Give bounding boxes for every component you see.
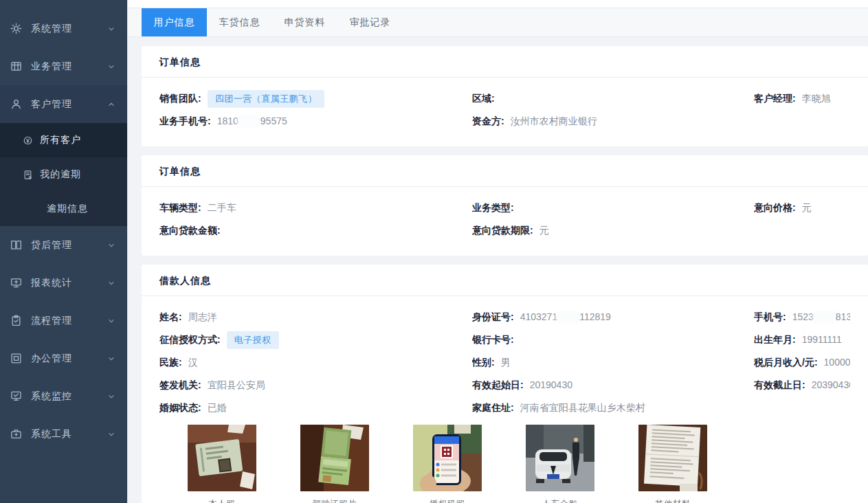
tab-loan-application-docs[interactable]: 申贷资料 [272, 8, 337, 36]
book-icon [10, 239, 23, 252]
field-label: 意向贷款期限 [472, 225, 533, 236]
sidebar-item-label: 我的逾期 [40, 168, 127, 181]
sidebar-item-label: 系统管理 [31, 23, 107, 35]
redacted-text [814, 313, 835, 322]
field-value: 20390430 [812, 379, 850, 390]
coin-icon [23, 135, 33, 146]
field-row: 销售团队四团一营（直属王鹏飞）区域客户经理李晓旭 [159, 87, 850, 110]
sidebar-item-office-management[interactable]: 办公管理 [0, 339, 127, 377]
chevron-down-icon [107, 429, 116, 439]
photo-person-car: 人车合影 [526, 425, 594, 503]
field-valid-from: 有效起始日20190430 [472, 379, 754, 392]
photo-id-card-thumbnail[interactable] [188, 425, 256, 491]
photo-other-doc: 其他材料 [638, 425, 707, 503]
field-label: 销售团队 [159, 93, 201, 104]
sidebar-item-system-management[interactable]: 系统管理 [0, 10, 127, 47]
field-business-phone: 业务手机号181095575 [159, 115, 472, 128]
sidebar-item-label: 所有客户 [40, 134, 127, 146]
field-label: 民族 [159, 357, 182, 368]
section-card-1: 订单信息车辆类型二手车业务类型意向价格元意向贷款金额意向贷款期限元 [142, 155, 868, 256]
field-label: 有效起始日 [472, 379, 524, 390]
redacted-text [239, 117, 260, 126]
notebook-icon [23, 170, 33, 180]
photo-caption: 其他材料 [638, 498, 707, 503]
chevron-down-icon [107, 278, 116, 288]
app-window: 系统管理业务管理客户管理所有客户我的逾期逾期信息贷后管理报表统计流程管理办公管理… [0, 0, 868, 503]
photo-caption: 人车合影 [526, 498, 594, 503]
section-title: 借款人信息 [142, 265, 868, 296]
field-row: 业务手机号181095575资金方汝州市农村商业银行 [159, 110, 850, 133]
field-marital-status: 婚姻状态已婚 [159, 401, 472, 414]
grid-icon [10, 60, 23, 73]
tab-approval-records[interactable]: 审批记录 [337, 8, 403, 36]
field-valid-to: 有效截止日20390430 [754, 379, 850, 392]
sidebar-item-process-management[interactable]: 流程管理 [0, 302, 127, 339]
sidebar-item-label: 办公管理 [31, 353, 107, 365]
field-value: 10000 [824, 357, 850, 368]
field-label: 意向贷款金额 [159, 225, 221, 236]
field-value: 20190430 [530, 379, 572, 390]
photo-driver-license-thumbnail[interactable] [300, 425, 369, 491]
field-tag: 电子授权 [227, 331, 279, 349]
sidebar-item-label: 客户管理 [31, 98, 107, 111]
field-row: 签发机关宜阳县公安局有效起始日20190430有效截止日20390430 [159, 374, 850, 396]
sidebar-item-my-overdue[interactable]: 我的逾期 [0, 157, 127, 192]
field-row: 婚姻状态已婚家庭住址河南省宜阳县花果山乡木柴村 [159, 396, 850, 419]
field-value: 宜阳县公安局 [208, 379, 265, 390]
field-value: 汉 [188, 357, 198, 368]
field-value: 元 [539, 225, 549, 236]
content-area: 订单信息销售团队四团一营（直属王鹏飞）区域客户经理李晓旭业务手机号1810955… [128, 37, 868, 503]
section-title: 订单信息 [142, 155, 868, 187]
field-value: 李晓旭 [802, 93, 831, 104]
section-card-2: 借款人信息姓名周志洋身份证号4103271112819手机号15238137征信… [142, 265, 868, 503]
sidebar-item-overdue-info[interactable]: 逾期信息 [0, 192, 127, 226]
field-rows: 姓名周志洋身份证号4103271112819手机号15238137征信授权方式电… [142, 296, 868, 419]
value-visible-suffix: 112819 [579, 311, 611, 322]
field-label: 性别 [472, 357, 495, 368]
photo-caption: 驾驶证照片 [300, 498, 369, 503]
field-value: 汝州市农村商业银行 [511, 115, 597, 126]
main-area: 用户信息车贷信息申贷资料审批记录 订单信息销售团队四团一营（直属王鹏飞）区域客户… [127, 0, 868, 503]
field-value: 181095575 [217, 115, 287, 126]
sidebar-item-business-management[interactable]: 业务管理 [0, 47, 127, 85]
redacted-text [558, 313, 579, 322]
sidebar-item-post-loan-management[interactable]: 贷后管理 [0, 226, 127, 264]
field-label: 意向价格 [754, 202, 796, 213]
field-account-manager: 客户经理李晓旭 [754, 92, 850, 105]
gear-icon [10, 23, 23, 35]
sidebar-item-customer-management[interactable]: 客户管理 [0, 85, 127, 123]
tab-car-loan-info[interactable]: 车贷信息 [207, 8, 272, 36]
field-label: 业务手机号 [159, 115, 211, 126]
photo-id-card: 本人照 [188, 425, 256, 503]
field-value: 19911111 [802, 334, 842, 345]
field-row: 征信授权方式电子授权银行卡号出生年月19911111 [159, 328, 850, 351]
sidebar-item-system-tools[interactable]: 系统工具 [0, 415, 127, 453]
tab-user-info[interactable]: 用户信息 [142, 8, 207, 36]
sidebar-item-label: 流程管理 [31, 315, 107, 327]
photo-other-doc-thumbnail[interactable] [638, 425, 707, 491]
sidebar: 系统管理业务管理客户管理所有客户我的逾期逾期信息贷后管理报表统计流程管理办公管理… [0, 0, 127, 503]
field-bank-card: 银行卡号 [472, 333, 754, 346]
field-funder: 资金方汝州市农村商业银行 [472, 115, 754, 128]
field-intent-loan-term: 意向贷款期限元 [472, 224, 754, 237]
sidebar-item-label: 系统工具 [31, 428, 107, 440]
sidebar-item-all-customers[interactable]: 所有客户 [0, 123, 127, 157]
field-label: 手机号 [754, 311, 786, 322]
user-icon [10, 98, 23, 111]
field-label: 婚姻状态 [159, 402, 201, 413]
photo-auth-qr-thumbnail[interactable] [413, 425, 482, 491]
chevron-down-icon [107, 62, 116, 71]
field-label: 业务类型 [472, 202, 514, 213]
photo-person-car-thumbnail[interactable] [526, 425, 594, 491]
field-label: 银行卡号 [472, 334, 514, 345]
clipboard-icon [10, 315, 23, 327]
box-icon [10, 353, 23, 365]
monitor-check-icon [10, 390, 23, 403]
field-row: 姓名周志洋身份证号4103271112819手机号15238137 [159, 306, 850, 328]
sidebar-item-system-monitor[interactable]: 系统监控 [0, 377, 127, 415]
sidebar-item-report-statistics[interactable]: 报表统计 [0, 264, 127, 302]
field-label: 姓名 [159, 311, 182, 322]
field-intent-loan-amount: 意向贷款金额 [159, 224, 472, 237]
field-rows: 车辆类型二手车业务类型意向价格元意向贷款金额意向贷款期限元 [142, 187, 868, 242]
field-label: 家庭住址 [472, 402, 514, 413]
